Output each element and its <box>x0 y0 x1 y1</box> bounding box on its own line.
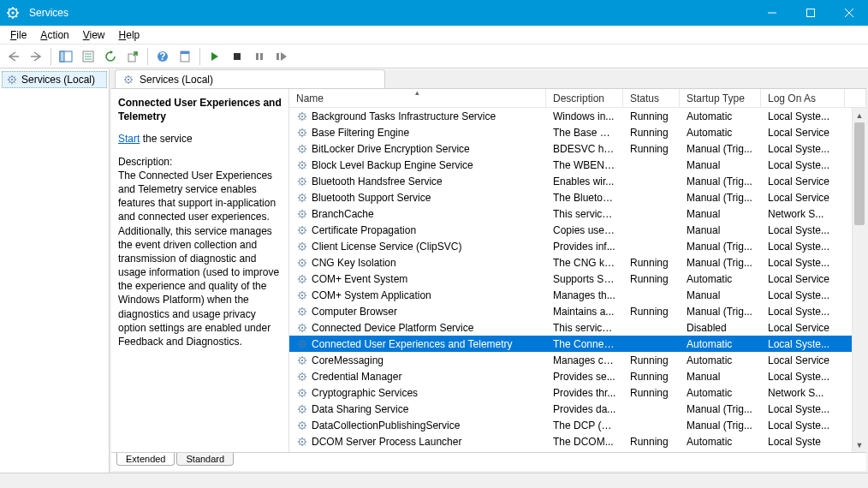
service-log-on-as: Local Syste... <box>761 289 845 301</box>
scroll-down-button[interactable]: ▼ <box>853 437 866 452</box>
service-list: Name▴ Description Status Startup Type Lo… <box>289 89 866 452</box>
menu-view[interactable]: View <box>76 27 112 43</box>
svg-line-90 <box>304 162 305 163</box>
service-description: The Bluetoo... <box>546 192 623 204</box>
table-row[interactable]: Client License Service (ClipSVC)Provides… <box>289 238 866 254</box>
table-row[interactable]: Cryptographic ServicesProvides thr...Run… <box>289 384 866 401</box>
table-row[interactable]: Credential ManagerProvides se...RunningM… <box>289 368 866 384</box>
service-status: Running <box>623 436 680 448</box>
svg-line-169 <box>299 297 300 298</box>
svg-line-247 <box>299 422 300 423</box>
svg-line-130 <box>304 227 305 228</box>
column-log-on-as[interactable]: Log On As <box>761 89 845 107</box>
table-row[interactable]: COM+ System ApplicationManages th...Manu… <box>289 287 866 303</box>
svg-line-189 <box>299 330 300 330</box>
tree-node-services-local[interactable]: Services (Local) <box>2 71 107 88</box>
service-startup-type: Automatic <box>680 273 761 285</box>
svg-line-160 <box>304 276 305 277</box>
help-topics-button[interactable] <box>175 46 195 67</box>
svg-line-57 <box>299 113 300 114</box>
svg-line-7 <box>16 16 18 18</box>
table-row[interactable]: Connected Device Platform ServiceThis se… <box>289 319 866 336</box>
service-log-on-as: Local Syste... <box>761 110 845 122</box>
gear-icon <box>296 159 308 171</box>
menu-file[interactable]: File <box>3 27 33 43</box>
table-row[interactable]: COM+ Event SystemSupports Sy...RunningAu… <box>289 271 866 287</box>
svg-rect-30 <box>276 53 279 60</box>
svg-line-70 <box>304 129 305 130</box>
menu-help[interactable]: Help <box>112 27 147 43</box>
pause-service-button[interactable] <box>249 46 270 67</box>
vertical-scrollbar[interactable]: ▲ ▼ <box>852 108 866 452</box>
service-log-on-as: Local Syste... <box>761 306 845 318</box>
service-description: Supports Sy... <box>546 273 623 285</box>
forward-button[interactable] <box>26 46 46 67</box>
svg-point-32 <box>11 79 13 80</box>
show-hide-tree-button[interactable] <box>56 46 76 67</box>
maximize-button[interactable] <box>791 0 829 26</box>
help-button[interactable]: ? <box>152 46 173 67</box>
svg-line-229 <box>299 395 300 396</box>
svg-line-50 <box>130 76 131 77</box>
svg-point-62 <box>301 131 303 133</box>
svg-line-239 <box>299 411 300 412</box>
table-row[interactable]: Computer BrowserMaintains a...RunningMan… <box>289 303 866 319</box>
column-name[interactable]: Name▴ <box>289 89 546 107</box>
table-row[interactable]: Connected User Experiences and Telemetry… <box>289 336 866 352</box>
svg-line-228 <box>304 395 305 396</box>
svg-line-40 <box>14 76 15 77</box>
table-row[interactable]: Background Tasks Infrastructure ServiceW… <box>289 108 866 124</box>
minimize-button[interactable] <box>752 0 791 26</box>
table-row[interactable]: DataCollectionPublishingServiceThe DCP (… <box>289 417 866 433</box>
table-row[interactable]: BitLocker Drive Encryption ServiceBDESVC… <box>289 140 866 157</box>
start-service-button[interactable] <box>205 46 225 67</box>
tab-extended[interactable]: Extended <box>116 453 175 466</box>
svg-text:?: ? <box>159 51 165 62</box>
scroll-up-button[interactable]: ▲ <box>853 108 866 122</box>
service-startup-type: Disabled <box>680 322 761 334</box>
svg-line-87 <box>299 162 300 163</box>
svg-line-60 <box>304 113 305 114</box>
service-description: The WBENG... <box>546 159 623 171</box>
svg-point-152 <box>301 277 303 279</box>
gear-icon <box>296 273 308 285</box>
gear-icon <box>296 208 308 220</box>
service-log-on-as: Local Syste... <box>761 338 845 350</box>
gear-icon <box>296 387 308 399</box>
service-status: Running <box>623 387 680 399</box>
service-status: Running <box>623 273 680 285</box>
table-row[interactable]: Bluetooth Support ServiceThe Bluetoo...M… <box>289 189 866 205</box>
table-row[interactable]: CoreMessagingManages co...RunningAutomat… <box>289 352 866 368</box>
svg-line-39 <box>9 81 9 82</box>
column-status[interactable]: Status <box>623 89 680 107</box>
stop-service-button[interactable] <box>227 46 247 67</box>
refresh-button[interactable] <box>100 46 121 67</box>
table-row[interactable]: Base Filtering EngineThe Base Fil...Runn… <box>289 124 866 140</box>
table-row[interactable]: Bluetooth Handsfree ServiceEnables wir..… <box>289 173 866 189</box>
menu-action[interactable]: Action <box>33 27 75 43</box>
tab-standard[interactable]: Standard <box>176 453 234 466</box>
column-description[interactable]: Description <box>546 89 623 107</box>
table-row[interactable]: BranchCacheThis service ...ManualNetwork… <box>289 205 866 222</box>
svg-line-208 <box>304 362 305 363</box>
close-button[interactable] <box>829 0 868 26</box>
start-service-link[interactable]: Start <box>118 133 140 145</box>
service-description: Enables wir... <box>546 176 623 187</box>
table-row[interactable]: Block Level Backup Engine ServiceThe WBE… <box>289 157 866 173</box>
detail-description-label: Description: <box>118 155 282 169</box>
table-row[interactable]: Data Sharing ServiceProvides da...Manual… <box>289 401 866 417</box>
svg-line-240 <box>304 406 305 407</box>
service-log-on-as: Local Syste... <box>761 403 845 415</box>
table-row[interactable]: CNG Key IsolationThe CNG ke...RunningMan… <box>289 254 866 271</box>
svg-line-149 <box>299 265 300 265</box>
scroll-thumb[interactable] <box>854 122 865 225</box>
scroll-track[interactable] <box>853 122 866 437</box>
column-startup-type[interactable]: Startup Type <box>680 89 761 107</box>
table-row[interactable]: Certificate PropagationCopies user ...Ma… <box>289 222 866 238</box>
export-button[interactable] <box>122 46 143 67</box>
svg-line-118 <box>304 216 305 217</box>
back-button[interactable] <box>3 46 24 67</box>
table-row[interactable]: DCOM Server Process LauncherThe DCOM...R… <box>289 433 866 449</box>
restart-service-button[interactable] <box>271 46 292 67</box>
properties-button[interactable] <box>78 46 98 67</box>
